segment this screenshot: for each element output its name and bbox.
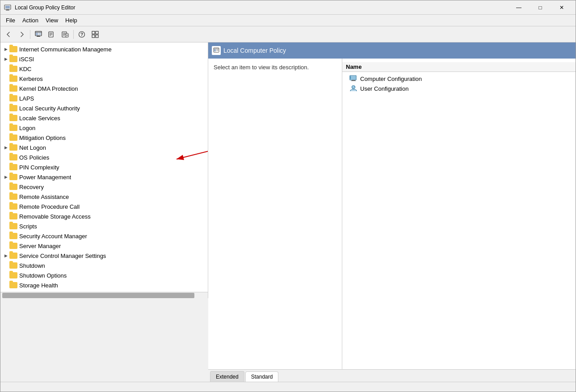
tab-standard[interactable]: Standard (245, 371, 279, 382)
tree-label: OS Policies (19, 154, 49, 161)
tree-item-kernel-dma[interactable]: ▶ Kernel DMA Protection (0, 84, 208, 93)
tree-label: Shutdown Options (19, 272, 67, 279)
computer-config-icon (349, 75, 357, 82)
menu-view[interactable]: View (42, 16, 62, 25)
folder-icon (9, 76, 17, 82)
left-pane-wrapper: ▶ Internet Communication Manageme ▶ iSCS… (0, 42, 208, 382)
close-button[interactable]: ✕ (551, 1, 572, 14)
folder-icon (9, 282, 17, 288)
horizontal-scrollbar[interactable] (0, 292, 208, 298)
back-button[interactable] (2, 28, 15, 41)
tree-pane: ▶ Internet Communication Manageme ▶ iSCS… (0, 42, 208, 292)
menu-file[interactable]: File (2, 16, 19, 25)
tree-item-kerberos[interactable]: ▶ Kerberos (0, 74, 208, 84)
folder-icon (9, 66, 17, 72)
svg-rect-35 (350, 76, 356, 80)
svg-rect-9 (37, 36, 40, 36)
tree-item-scripts[interactable]: ▶ Scripts (0, 221, 208, 231)
tree-item-remote-assistance[interactable]: ▶ Remote Assistance (0, 192, 208, 202)
tree-item-locale-services[interactable]: ▶ Locale Services (0, 113, 208, 123)
tree-item-iscsi[interactable]: ▶ iSCSI (0, 54, 208, 64)
properties-button[interactable] (46, 28, 58, 41)
svg-rect-37 (351, 80, 356, 81)
extend-button[interactable] (59, 28, 71, 41)
folder-icon (9, 105, 17, 111)
content-item-computer-config[interactable]: Computer Configuration (342, 74, 576, 84)
tree-item-shutdown[interactable]: ▶ Shutdown (0, 261, 208, 270)
toolbar: ? (0, 26, 576, 42)
svg-rect-19 (66, 34, 68, 37)
tree-label: Recovery (19, 184, 44, 190)
tree-item-remote-procedure-call[interactable]: ▶ Remote Procedure Call (0, 202, 208, 211)
svg-rect-6 (36, 33, 38, 35)
tree-label: Removable Storage Access (19, 213, 91, 220)
tab-extended[interactable]: Extended (210, 371, 244, 382)
tree-label: Kerberos (19, 76, 43, 82)
forward-button[interactable] (16, 28, 28, 41)
tree-label: Service Control Manager Settings (19, 253, 106, 259)
folder-icon (9, 272, 17, 278)
tree-label: KDC (19, 66, 31, 72)
minimize-button[interactable]: — (509, 1, 529, 14)
tree-item-laps[interactable]: ▶ LAPS (0, 93, 208, 103)
menu-bar: File Action View Help (0, 15, 576, 26)
tree-item-logon[interactable]: ▶ Logon (0, 123, 208, 133)
folder-icon (9, 56, 17, 62)
description-pane: Select an item to view its description. (208, 59, 342, 369)
tree-label: Security Account Manager (19, 233, 87, 240)
folder-icon (9, 174, 17, 180)
content-item-user-config[interactable]: User Configuration (342, 84, 576, 93)
svg-rect-7 (38, 33, 41, 34)
tree-item-shutdown-options[interactable]: ▶ Shutdown Options (0, 270, 208, 280)
folder-icon (9, 164, 17, 170)
folder-icon (9, 95, 17, 101)
svg-rect-1 (5, 6, 10, 8)
tree-item-removable-storage[interactable]: ▶ Removable Storage Access (0, 211, 208, 221)
tree-label: Kernel DMA Protection (19, 85, 78, 92)
main-content: ▶ Internet Communication Manageme ▶ iSCS… (0, 42, 576, 382)
maximize-button[interactable]: □ (530, 1, 551, 14)
tree-item-server-manager[interactable]: ▶ Server Manager (0, 241, 208, 251)
status-bar (0, 382, 576, 392)
tree-item-recovery[interactable]: ▶ Recovery (0, 182, 208, 192)
svg-rect-38 (350, 76, 351, 79)
tree-label: Remote Procedure Call (19, 203, 80, 210)
tree-label: Mitigation Options (19, 135, 66, 141)
help-button[interactable]: ? (76, 28, 88, 41)
folder-icon (9, 243, 17, 249)
tree-label: PIN Complexity (19, 164, 59, 171)
window-title: Local Group Policy Editor (15, 4, 509, 11)
svg-rect-24 (92, 31, 95, 34)
tree-label: Locale Services (19, 115, 60, 122)
tree-item-local-security[interactable]: ▶ Local Security Authority (0, 103, 208, 113)
app-icon (4, 4, 11, 11)
console-root-button[interactable] (32, 28, 45, 41)
menu-action[interactable]: Action (19, 16, 42, 25)
view-button[interactable] (89, 28, 101, 41)
tree-label: Scripts (19, 223, 37, 230)
expander-icon: ▶ (2, 144, 9, 151)
window-controls: — □ ✕ (509, 1, 572, 14)
tree-label: Logon (19, 125, 35, 131)
column-header-name: Name (342, 62, 576, 72)
folder-icon (9, 135, 17, 141)
tree-item-power-management[interactable]: ▶ Power Management (0, 172, 208, 182)
tree-item-service-control-manager[interactable]: ▶ Service Control Manager Settings (0, 251, 208, 261)
tree-item-security-account-manager[interactable]: ▶ Security Account Manager (0, 231, 208, 241)
folder-icon (9, 194, 17, 200)
tree-item-kdc[interactable]: ▶ KDC (0, 64, 208, 74)
folder-icon (9, 115, 17, 121)
tree-item-net-logon[interactable]: ▶ Net Logon (0, 143, 208, 152)
toolbar-separator-1 (30, 30, 30, 39)
folder-icon (9, 233, 17, 239)
tree-item-mitigation-options[interactable]: ▶ Mitigation Options (0, 133, 208, 143)
tree-label: Power Management (19, 174, 71, 181)
tree-item-os-policies[interactable]: ▶ OS Policies (0, 152, 208, 162)
right-pane-body: Select an item to view its description. … (208, 59, 576, 369)
tree-item-pin-complexity[interactable]: ▶ PIN Complexity (0, 162, 208, 172)
svg-rect-3 (6, 10, 9, 10)
tree-item-storage-health[interactable]: ▶ Storage Health (0, 280, 208, 290)
menu-help[interactable]: Help (62, 16, 81, 25)
tree-label: Storage Health (19, 282, 58, 289)
tree-item-internet-comm[interactable]: ▶ Internet Communication Manageme (0, 44, 208, 54)
